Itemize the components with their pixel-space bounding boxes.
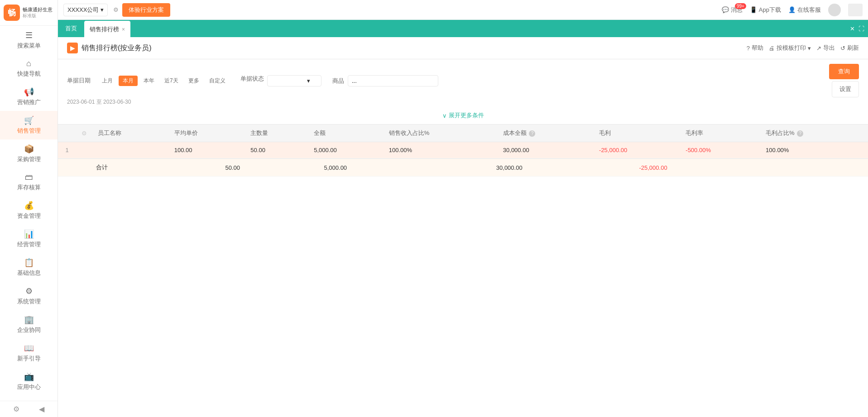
collapse-icon[interactable]: ◀ [39,405,44,413]
nav-icon-enterprise: 🏢 [24,315,34,325]
nav-icon-guide: 📖 [24,343,34,353]
summary-label: 合计 [91,159,178,177]
company-selector[interactable]: XXXXX公司 ▾ [63,4,108,16]
query-actions: 查询 设置 [829,64,859,97]
col-avg-price: 平均单价 [169,125,245,142]
nav-icon-marketing: 📢 [24,87,34,97]
main-area: XXXXX公司 ▾ ⚙ 体验行业方案 💬 消息 99+ 📱 App下载 👤 在线… [58,0,868,417]
sidebar-item-basic-info[interactable]: 📋 基础信息 [0,253,58,282]
tab-bar-right: ✕ ⛶ [850,25,868,32]
trial-button[interactable]: 体验行业方案 [122,3,170,17]
chevron-down-icon: ▾ [101,6,104,13]
online-service-group[interactable]: 👤 在线客服 [788,6,821,14]
tab-sales-ranking[interactable]: 销售排行榜 × [84,21,130,38]
gear-icon[interactable]: ⚙ [113,6,119,13]
sidebar-item-app-center[interactable]: 📺 应用中心 [0,367,58,396]
app-icon: 📱 [750,6,757,13]
status-label: 单据状态 [240,75,264,82]
sidebar-nav: ☰ 搜索菜单 ⌂ 快捷导航 📢 营销推广 🛒 销售管理 📦 采购管理 🗃 库存核… [0,26,58,401]
settings-bottom-icon[interactable]: ⚙ [13,405,19,413]
sidebar-item-finance[interactable]: 💰 资金管理 [0,196,58,225]
nav-label-app-center: 应用中心 [17,383,41,391]
tab-home[interactable]: 首页 [58,20,84,37]
cell-main-qty: 50.00 [245,142,308,158]
col-gross-rate: 毛利率 [680,125,760,142]
sidebar-item-search-order[interactable]: ☰ 搜索菜单 [0,26,58,54]
filter-row: 单据日期 上月 本月 本年 近7天 更多 自定义 单据状态 ▾ [67,64,859,97]
export-btn[interactable]: ↗ 导出 [816,44,835,52]
nav-icon-quick-nav: ⌂ [26,59,31,68]
cell-gross-rate: -500.00% [680,142,760,158]
sidebar-item-enterprise[interactable]: 🏢 企业协同 [0,310,58,339]
logo-text: 畅康通好生意 标准版 [23,6,53,19]
summary-cost: 30,000.00 [491,159,634,177]
sidebar-item-guide[interactable]: 📖 新手引导 [0,339,58,367]
company-name: XXXXX公司 [67,6,99,14]
tab-close-icon[interactable]: × [122,26,125,33]
settings-button[interactable]: 设置 [832,81,859,97]
app-download-label: App下载 [759,6,781,14]
summary-sales-pct [449,159,491,177]
sidebar-item-marketing[interactable]: 📢 营销推广 [0,82,58,111]
cost-info-icon[interactable]: ? [529,130,535,137]
app-download-group[interactable]: 📱 App下载 [750,6,781,14]
last-month-btn[interactable]: 上月 [98,76,117,86]
col-cost: 成本全额 ? [498,125,594,142]
more-date-btn[interactable]: 更多 [184,76,203,86]
table-row: 1 100.00 50.00 5,000.00 100.00% 30,000.0… [58,142,868,158]
col-settings-icon[interactable]: ⚙ [82,130,87,137]
cell-gross-pct: 100.00% [760,142,868,158]
nav-label-inventory: 库存核算 [17,183,41,192]
close-window-icon[interactable]: ✕ [850,25,855,32]
message-icon: 💬 [722,6,729,13]
nav-label-basic-info: 基础信息 [17,269,41,277]
sidebar-item-operations[interactable]: 📊 经营管理 [0,225,58,253]
nav-icon-finance: 💰 [24,201,34,211]
nav-label-enterprise: 企业协同 [17,326,41,334]
sidebar: 畅 畅康通好生意 标准版 ☰ 搜索菜单 ⌂ 快捷导航 📢 营销推广 🛒 销售管理… [0,0,58,417]
message-group[interactable]: 💬 消息 99+ [722,6,743,14]
help-btn[interactable]: ? 帮助 [747,44,763,52]
chevron-down-icon: ∨ [442,112,447,119]
sidebar-item-sales[interactable]: 🛒 销售管理 [0,111,58,139]
gross-pct-info-icon[interactable]: ? [797,130,803,137]
maximize-icon[interactable]: ⛶ [858,25,864,32]
table-body: 1 100.00 50.00 5,000.00 100.00% 30,000.0… [58,142,868,158]
nav-label-quick-nav: 快捷导航 [17,70,41,78]
col-sales-pct: 销售收入占比% [384,125,498,142]
page-title: 销售排行榜(按业务员) [82,43,152,53]
sidebar-item-wechat[interactable]: 💬 企业微信 [0,396,58,401]
content-area: ▶ 销售排行榜(按业务员) ? 帮助 🖨 按模板打印 ▾ ↗ 导出 [58,37,868,417]
help-icon: ? [747,45,750,52]
sidebar-item-purchase[interactable]: 📦 采购管理 [0,139,58,168]
sidebar-item-system[interactable]: ⚙ 系统管理 [0,282,58,310]
sidebar-item-quick-nav[interactable]: ⌂ 快捷导航 [0,54,58,82]
query-button[interactable]: 查询 [829,64,859,79]
avatar[interactable] [828,4,841,16]
nav-icon-search-order: ☰ [25,30,33,40]
last-7days-btn[interactable]: 近7天 [160,76,182,86]
expand-arrow[interactable]: ▶ [67,43,78,53]
nav-label-operations: 经营管理 [17,240,41,249]
status-select[interactable]: ▾ [267,75,321,86]
col-gross-pct: 毛利占比% ? [760,125,868,142]
top-header: XXXXX公司 ▾ ⚙ 体验行业方案 💬 消息 99+ 📱 App下载 👤 在线… [58,0,868,20]
custom-date-btn[interactable]: 自定义 [205,76,230,86]
col-employee-name: 员工名称 [92,125,169,142]
sales-table: ⚙ 员工名称 平均单价 主数量 全额 销售收入占比% 成本全额 ? 毛利 毛利率 [58,125,868,158]
col-settings[interactable]: ⚙ [76,125,92,142]
sidebar-item-inventory[interactable]: 🗃 库存核算 [0,168,58,196]
goods-input[interactable]: ... [348,75,438,86]
this-month-btn[interactable]: 本月 [119,76,138,86]
summary-table: 合计 50.00 5,000.00 30,000.00 -25,000.00 [58,159,868,177]
tab-bar: 首页 销售排行榜 × ✕ ⛶ [58,20,868,37]
table-container: ⚙ 员工名称 平均单价 主数量 全额 销售收入占比% 成本全额 ? 毛利 毛利率 [58,125,868,417]
export-icon: ↗ [816,45,821,52]
this-year-btn[interactable]: 本年 [139,76,158,86]
print-btn[interactable]: 🖨 按模板打印 ▾ [769,44,811,52]
expand-more-btn[interactable]: ∨ 展开更多条件 [442,111,484,120]
nav-label-sales: 销售管理 [17,127,41,135]
print-icon: 🖨 [769,45,775,52]
nav-icon-system: ⚙ [25,286,33,296]
refresh-btn[interactable]: ↺ 刷新 [840,44,859,52]
